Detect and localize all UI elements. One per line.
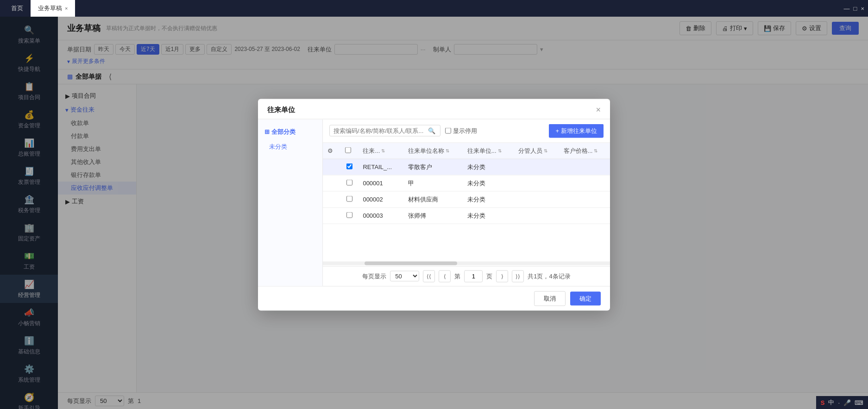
- th-code-label: 往来...: [363, 146, 380, 155]
- row-3-settings: [323, 191, 340, 208]
- row-2-settings: [323, 175, 340, 191]
- maximize-button[interactable]: □: [854, 5, 857, 12]
- all-categories-label: 全部分类: [271, 127, 296, 136]
- row-4-checkbox[interactable]: [340, 208, 359, 224]
- scroll-thumb[interactable]: [365, 261, 457, 265]
- modal-body: ⊞ 全部分类 未分类 🔍 显示停用 + 新增往来单位: [258, 119, 610, 286]
- cancel-button[interactable]: 取消: [534, 291, 566, 306]
- partner-search-input[interactable]: [333, 127, 426, 134]
- row-4-price: [559, 208, 610, 224]
- row-4-name: 张师傅: [403, 208, 463, 224]
- row-1-price: [559, 159, 610, 175]
- modal-close-button[interactable]: ×: [596, 106, 601, 114]
- top-bar: 首页 业务草稿 × — □ ×: [0, 0, 868, 17]
- row-1-manager: [514, 159, 559, 175]
- th-name-label: 往来单位名称: [408, 146, 444, 155]
- row-1-select[interactable]: [346, 163, 352, 169]
- row-4-manager: [514, 208, 559, 224]
- row-4-select[interactable]: [346, 212, 352, 218]
- partners-table: ⚙ 往来... ⇅: [323, 143, 610, 224]
- search-icon-2: 🔍: [428, 127, 435, 134]
- table-body: RETAIL_... 零散客户 未分类 000001: [323, 159, 610, 224]
- table-header: ⚙ 往来... ⇅: [323, 143, 610, 159]
- modal-pagination: 每页显示 50 ⟨⟨ ⟨ 第 页 ⟩ ⟩⟩ 共1页，4条记录: [323, 266, 610, 286]
- row-2-category: 未分类: [463, 175, 514, 191]
- th-code[interactable]: 往来... ⇅: [358, 143, 403, 159]
- row-1-checkbox[interactable]: [340, 159, 359, 175]
- tray-mic-icon: 🎤: [843, 399, 851, 406]
- tab-area: 首页 业务草稿 ×: [4, 0, 844, 17]
- sort-icon-2: ⇅: [446, 148, 449, 153]
- show-disabled-checkbox[interactable]: [445, 128, 451, 134]
- table-row[interactable]: RETAIL_... 零散客户 未分类: [323, 159, 610, 175]
- th-name[interactable]: 往来单位名称 ⇅: [403, 143, 463, 159]
- modal-footer: 取消 确定: [258, 286, 610, 310]
- modal-categories: ⊞ 全部分类 未分类: [258, 119, 323, 286]
- show-disabled-label: 显示停用: [453, 126, 477, 135]
- sort-icon-5: ⇅: [594, 148, 598, 153]
- horizontal-scrollbar[interactable]: [323, 261, 610, 265]
- per-page-label-2: 每页显示: [362, 272, 386, 280]
- sort-icon-4: ⇅: [544, 148, 547, 153]
- row-1-name: 零散客户: [403, 159, 463, 175]
- modal-title: 往来单位: [267, 105, 295, 114]
- select-all-checkbox[interactable]: [345, 147, 351, 153]
- tab-close-icon[interactable]: ×: [65, 0, 68, 17]
- modal-search-bar: 🔍 显示停用 + 新增往来单位: [323, 119, 610, 143]
- add-partner-label: 新增往来单位: [561, 126, 597, 135]
- minimize-button[interactable]: —: [844, 5, 850, 12]
- th-price[interactable]: 客户价格... ⇅: [559, 143, 610, 159]
- sort-icon: ⇅: [381, 148, 385, 153]
- window-controls: — □ ×: [844, 5, 864, 12]
- table-row[interactable]: 000001 甲 未分类: [323, 175, 610, 191]
- row-3-code: 000002: [358, 191, 403, 208]
- tray-keyboard-icon: ⌨: [855, 399, 863, 406]
- th-price-label: 客户价格...: [564, 146, 593, 155]
- sort-icon-3: ⇅: [498, 148, 502, 153]
- next-page-button[interactable]: ⟩: [496, 270, 508, 282]
- tray-logo: S: [821, 399, 825, 406]
- grid-icon-2: ⊞: [264, 128, 270, 135]
- row-4-code: 000003: [358, 208, 403, 224]
- close-button[interactable]: ×: [861, 5, 864, 12]
- page-number-input[interactable]: [464, 270, 483, 282]
- modal-all-categories[interactable]: ⊞ 全部分类: [258, 124, 322, 139]
- modal-table: ⚙ 往来... ⇅: [323, 143, 610, 260]
- row-2-code: 000001: [358, 175, 403, 191]
- row-2-checkbox[interactable]: [340, 175, 359, 191]
- th-manager[interactable]: 分管人员 ⇅: [514, 143, 559, 159]
- tray-dot: ·: [838, 399, 840, 406]
- row-3-select[interactable]: [346, 195, 352, 201]
- table-row[interactable]: 000002 材料供应商 未分类: [323, 191, 610, 208]
- prev-page-button[interactable]: ⟨: [439, 270, 451, 282]
- th-category-label: 往来单位...: [467, 146, 497, 155]
- first-page-button[interactable]: ⟨⟨: [423, 270, 435, 282]
- th-settings: ⚙: [323, 143, 340, 159]
- add-icon: +: [555, 127, 559, 134]
- row-1-settings: [323, 159, 340, 175]
- confirm-button[interactable]: 确定: [570, 291, 601, 305]
- table-row[interactable]: 000003 张师傅 未分类: [323, 208, 610, 224]
- modal-unclassified[interactable]: 未分类: [258, 139, 322, 153]
- search-input-wrapper: 🔍: [329, 125, 440, 137]
- row-3-price: [559, 191, 610, 208]
- row-3-manager: [514, 191, 559, 208]
- page-prefix: 第: [454, 272, 460, 280]
- show-disabled-toggle[interactable]: 显示停用: [445, 126, 477, 135]
- tab-home[interactable]: 首页: [4, 0, 31, 17]
- row-3-checkbox[interactable]: [340, 191, 359, 208]
- row-3-category: 未分类: [463, 191, 514, 208]
- row-3-name: 材料供应商: [403, 191, 463, 208]
- table-header-row: ⚙ 往来... ⇅: [323, 143, 610, 159]
- row-1-code: RETAIL_...: [358, 159, 403, 175]
- add-partner-button[interactable]: + 新增往来单位: [549, 124, 604, 138]
- th-category[interactable]: 往来单位... ⇅: [463, 143, 514, 159]
- modal-header: 往来单位 ×: [258, 99, 610, 119]
- th-checkbox[interactable]: [340, 143, 359, 159]
- modal-per-page-select[interactable]: 50: [390, 271, 419, 282]
- tab-active-label: 业务草稿: [38, 0, 62, 17]
- last-page-button[interactable]: ⟩⟩: [512, 270, 524, 282]
- tab-active[interactable]: 业务草稿 ×: [31, 0, 75, 17]
- row-4-category: 未分类: [463, 208, 514, 224]
- row-2-select[interactable]: [346, 179, 352, 185]
